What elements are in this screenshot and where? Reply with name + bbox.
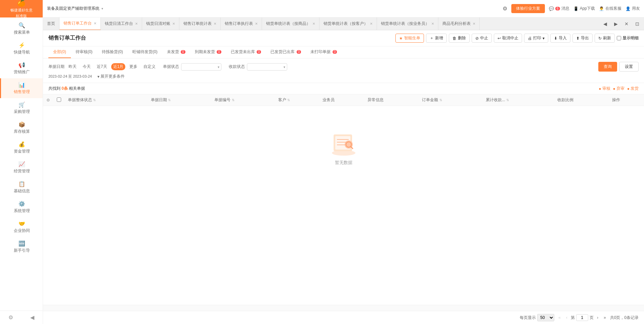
sidebar-item-quick-nav[interactable]: ⚡ 快捷导航 bbox=[0, 39, 43, 58]
last-page-btn[interactable]: » bbox=[602, 314, 608, 321]
tab-sales-stats-customer-close[interactable]: ✕ bbox=[370, 22, 373, 26]
header-gear-icon[interactable]: ⚙ bbox=[503, 5, 507, 12]
tab-cash-reconcile-close[interactable]: ✕ bbox=[172, 22, 175, 26]
sidebar-item-label: 资金管理 bbox=[14, 149, 30, 154]
delete-btn[interactable]: 🗑 删除 bbox=[449, 34, 470, 43]
show-detail-input[interactable] bbox=[617, 36, 621, 40]
sort-customer-icon[interactable]: ⇅ bbox=[287, 98, 290, 102]
date-btn-yesterday[interactable]: 昨天 bbox=[67, 63, 79, 70]
tab-sales-workbench[interactable]: 销售订单工作台 ✕ bbox=[59, 17, 101, 30]
tab-sales-workbench-close[interactable]: ✕ bbox=[94, 22, 96, 25]
sidebar-item-marketing[interactable]: 📢 营销推广 bbox=[0, 58, 43, 78]
sort-received-icon[interactable]: ⇅ bbox=[506, 98, 509, 102]
sub-tab-pending-inspect[interactable]: 待拣验货(0) bbox=[97, 46, 128, 58]
header-user[interactable]: 👤 用友 bbox=[626, 6, 640, 11]
prev-page-btn[interactable]: ‹ bbox=[564, 314, 569, 321]
query-btn[interactable]: 查询 bbox=[598, 62, 617, 72]
print-btn[interactable]: 🖨 打印 ▾ bbox=[524, 34, 548, 43]
sidebar-item-basic[interactable]: 📋 基础信息 bbox=[0, 177, 43, 197]
tab-cash-daily[interactable]: 钱货日清工作台 ✕ bbox=[101, 17, 142, 30]
sub-tab-shipped-out[interactable]: 已发货已出库 0 bbox=[266, 46, 306, 58]
tab-cash-reconcile[interactable]: 钱货日清对账 ✕ bbox=[142, 17, 179, 30]
ship-btn[interactable]: ● 发货 bbox=[627, 86, 639, 91]
tab-next-btn[interactable]: ▶ bbox=[611, 19, 620, 29]
tab-sales-stats-staff[interactable]: 销货单统计表（按业务员） ✕ bbox=[377, 17, 438, 30]
import-btn[interactable]: ⬇ 导入 bbox=[550, 34, 570, 43]
sort-date-icon[interactable]: ⇅ bbox=[168, 98, 171, 102]
tab-sales-stats-close[interactable]: ✕ bbox=[214, 22, 216, 26]
th-gear[interactable]: ⚙ bbox=[43, 94, 53, 106]
tab-sales-stats-staff-close[interactable]: ✕ bbox=[431, 22, 434, 26]
sidebar-item-operations[interactable]: 📈 经营管理 bbox=[0, 158, 43, 177]
experience-btn[interactable]: 体验行业方案 bbox=[511, 4, 545, 13]
sidebar-logo[interactable]: 🍊 畅捷通好生意 标准版 bbox=[0, 0, 43, 17]
sub-tab-not-shipped[interactable]: 未发货 0 bbox=[162, 46, 190, 58]
tab-prev-btn[interactable]: ◀ bbox=[600, 19, 610, 29]
sidebar-item-finance[interactable]: 💰 资金管理 bbox=[0, 138, 43, 158]
expired-badge: 0 bbox=[217, 50, 221, 54]
sidebar-settings-btn[interactable]: ⚙ bbox=[8, 314, 13, 321]
setting-btn[interactable]: 设置 bbox=[619, 62, 639, 72]
page-input[interactable] bbox=[576, 314, 588, 321]
date-btn-custom[interactable]: 自定义 bbox=[141, 63, 158, 70]
sub-tab-expired-not-shipped[interactable]: 到期未发货 0 bbox=[190, 46, 226, 58]
tab-sales-stats-product[interactable]: 销货单统计表（按商品） ✕ bbox=[262, 17, 319, 30]
sidebar-item-inventory[interactable]: 📦 库存核算 bbox=[0, 118, 43, 138]
sidebar-item-enterprise[interactable]: 🤝 企业协同 bbox=[0, 217, 43, 237]
status-select[interactable] bbox=[181, 63, 221, 71]
tab-gross-margin-close[interactable]: ✕ bbox=[473, 22, 475, 26]
header-app-download[interactable]: 📱 App下载 bbox=[573, 6, 595, 11]
header-message[interactable]: 💬 6 消息 bbox=[549, 6, 569, 11]
tab-cash-daily-close[interactable]: ✕ bbox=[135, 22, 138, 26]
next-page-btn[interactable]: › bbox=[595, 314, 600, 321]
scroll-area[interactable] bbox=[43, 305, 644, 311]
sidebar-collapse-btn[interactable]: ◀ bbox=[30, 314, 34, 321]
th-checkbox[interactable] bbox=[53, 94, 65, 106]
sub-tab-pending-review[interactable]: 待审核(0) bbox=[71, 46, 97, 58]
ai-generate-btn[interactable]: ★ 智能生单 bbox=[395, 34, 424, 43]
header-dropdown-icon[interactable]: ▾ bbox=[101, 7, 103, 10]
date-btn-more[interactable]: 更多 bbox=[127, 63, 139, 70]
tab-maximize-btn[interactable]: ⊡ bbox=[633, 19, 642, 29]
show-detail-checkbox[interactable]: 显示明细 bbox=[617, 35, 639, 41]
sub-tab-not-printed[interactable]: 未打印单据 0 bbox=[306, 46, 342, 58]
sidebar-item-search[interactable]: 🔍 搜索菜单 bbox=[0, 19, 43, 39]
date-btn-7days[interactable]: 近7天 bbox=[95, 63, 109, 70]
tab-sales-exec-close[interactable]: ✕ bbox=[255, 22, 258, 26]
export-btn[interactable]: ⬆ 导出 bbox=[572, 34, 593, 43]
sort-amount-icon[interactable]: ⇅ bbox=[439, 98, 442, 102]
export-icon: ⬆ bbox=[576, 36, 579, 41]
per-page-select[interactable]: 10 20 50 100 bbox=[537, 314, 554, 321]
select-all-checkbox[interactable] bbox=[57, 97, 61, 102]
add-btn[interactable]: ＋ 新增 bbox=[426, 34, 447, 43]
date-btn-today[interactable]: 今天 bbox=[81, 63, 93, 70]
tab-close-all-btn[interactable]: ✕ bbox=[622, 19, 631, 29]
header-online-service[interactable]: 👨‍💼 在线客服 bbox=[599, 6, 621, 11]
status-select-wrap bbox=[181, 63, 221, 71]
tab-gross-margin[interactable]: 商品毛利分析表 ✕ bbox=[438, 17, 480, 30]
sidebar-item-system[interactable]: ⚙️ 系统管理 bbox=[0, 197, 43, 217]
tab-sales-exec[interactable]: 销售订单执行表 ✕ bbox=[221, 17, 262, 30]
payment-select[interactable] bbox=[247, 63, 287, 71]
pag-btns: « ‹ 第 页 › » bbox=[556, 314, 608, 321]
sub-tab-all[interactable]: 全部(0) bbox=[48, 46, 71, 58]
stop-btn[interactable]: ⊘ 中止 bbox=[472, 34, 492, 43]
cancel-stop-btn[interactable]: ↩ 取消中止 bbox=[494, 34, 522, 43]
tab-home[interactable]: 首页 bbox=[43, 17, 59, 30]
sort-number-icon[interactable]: ⇅ bbox=[232, 98, 234, 102]
expand-btn[interactable]: ▾ 展开更多条件 bbox=[97, 74, 125, 79]
review-btn[interactable]: ● 审核 bbox=[599, 86, 610, 91]
tab-sales-stats-customer[interactable]: 销货单统计表（按客户） ✕ bbox=[319, 17, 377, 30]
tab-sales-stats-product-close[interactable]: ✕ bbox=[312, 22, 315, 26]
first-page-btn[interactable]: « bbox=[556, 314, 563, 321]
unreviewed-btn[interactable]: ● 弃审 bbox=[613, 86, 625, 91]
sidebar-item-purchase[interactable]: 🛒 采购管理 bbox=[0, 98, 43, 118]
tab-sales-stats[interactable]: 销售订单统计表 ✕ bbox=[179, 17, 221, 30]
sidebar-item-guide[interactable]: 🆕 新手引导 bbox=[0, 237, 43, 257]
sort-status-icon[interactable]: ⇅ bbox=[93, 98, 96, 102]
date-btn-1month[interactable]: 近1月 bbox=[111, 63, 126, 70]
refresh-btn[interactable]: ↻ 刷新 bbox=[595, 34, 615, 43]
sidebar-item-sales[interactable]: 📊 销售管理 bbox=[0, 78, 43, 98]
sub-tab-wangpu[interactable]: 旺铺待发货(0) bbox=[128, 46, 162, 58]
sub-tab-shipped-not-out[interactable]: 已发货未出库 0 bbox=[226, 46, 266, 58]
